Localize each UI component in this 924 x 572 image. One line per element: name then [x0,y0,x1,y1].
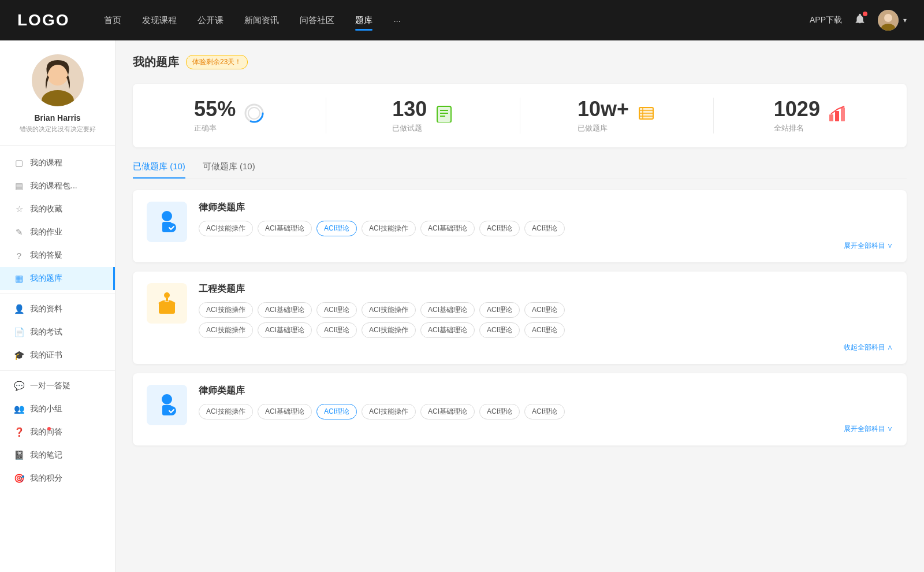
sidebar-item-homework[interactable]: ✎ 我的作业 [0,221,115,244]
profile-motto: 错误的决定比没有决定要好 [14,125,102,133]
courses-icon: ▢ [14,158,24,168]
svg-rect-26 [159,302,175,314]
sidebar-item-points[interactable]: 🎯 我的积分 [0,467,115,490]
sidebar-divider-2 [0,370,115,371]
course-packs-icon: ▤ [14,181,24,191]
stat-value-done-banks: 10w+ [578,98,629,121]
engineer-icon [147,283,187,324]
nav-discover[interactable]: 发现课程 [142,13,177,28]
eng-tag-12[interactable]: ACI理论 [479,322,520,338]
tag-0[interactable]: ACI技能操作 [199,221,253,236]
nav-home[interactable]: 首页 [104,13,121,28]
stat-rank: 1029 全站排名 [714,98,907,133]
eng-tag-11[interactable]: ACI基础理论 [420,322,475,338]
l2-tag-0[interactable]: ACI技能操作 [199,404,253,419]
expand-link-lawyer-1[interactable]: 展开全部科目 ∨ [199,241,893,251]
nav-more[interactable]: ··· [393,13,401,28]
sidebar-label-question-bank: 我的题库 [30,273,62,284]
tab-available[interactable]: 可做题库 (10) [203,161,255,178]
eng-tag-5[interactable]: ACI理论 [479,302,520,318]
nav-qa[interactable]: 问答社区 [300,13,334,28]
sidebar-item-one-on-one[interactable]: 💬 一对一答疑 [0,374,115,398]
tab-done[interactable]: 已做题库 (10) [133,161,185,178]
tag-1[interactable]: ACI基础理论 [258,221,312,236]
sidebar-item-notes[interactable]: 📓 我的笔记 [0,444,115,467]
sidebar-item-course-packs[interactable]: ▤ 我的课程包... [0,174,115,198]
nav-open-course[interactable]: 公开课 [198,13,223,28]
expand-link-lawyer-2[interactable]: 展开全部科目 ∨ [199,424,893,434]
sidebar-item-my-courses[interactable]: ▢ 我的课程 [0,151,115,174]
stats-row: 55% 正确率 130 已做试题 [133,84,907,147]
eng-tag-8[interactable]: ACI基础理论 [258,322,312,338]
stat-label-done-banks: 已做题库 [578,123,629,133]
qa-icon: ? [14,251,24,261]
eng-tag-10[interactable]: ACI技能操作 [362,322,416,338]
sidebar-item-favorites[interactable]: ☆ 我的收藏 [0,198,115,221]
stat-label-done-questions: 已做试题 [392,123,427,133]
tags-row-lawyer-2: ACI技能操作 ACI基础理论 ACI理论 ACI技能操作 ACI基础理论 AC… [199,404,893,419]
stat-done-questions: 130 已做试题 [326,98,520,133]
qbank-card-lawyer-2: 律师类题库 ACI技能操作 ACI基础理论 ACI理论 ACI技能操作 ACI基… [133,373,907,445]
navbar: LOGO 首页 发现课程 公开课 新闻资讯 问答社区 题库 ··· APP下载 … [0,0,924,40]
stat-done-banks: 10w+ 已做题库 [520,98,714,133]
tag-2-active[interactable]: ACI理论 [316,221,357,236]
sidebar-label-course-packs: 我的课程包... [30,181,77,191]
eng-tag-3[interactable]: ACI技能操作 [362,302,416,318]
user-avatar-area[interactable]: ▾ [878,10,907,31]
sidebar-item-my-qa[interactable]: ? 我的答疑 [0,244,115,267]
sidebar-item-exams[interactable]: 📄 我的考试 [0,321,115,344]
tabs: 已做题库 (10) 可做题库 (10) [133,161,907,179]
l2-tag-4[interactable]: ACI基础理论 [420,404,475,419]
sidebar-label-homework: 我的作业 [30,227,62,237]
sidebar: Brian Harris 错误的决定比没有决定要好 ▢ 我的课程 ▤ 我的课程包… [0,40,116,572]
collapse-link-engineer[interactable]: 收起全部科目 ∧ [199,343,893,352]
l2-tag-5[interactable]: ACI理论 [479,404,520,419]
question-bank-icon: ▦ [14,273,24,284]
app-download-button[interactable]: APP下载 [810,15,842,25]
eng-tag-13[interactable]: ACI理论 [524,322,565,338]
eng-tag-2[interactable]: ACI理论 [316,302,357,318]
notes-icon: 📓 [14,450,24,460]
chevron-down-icon: ▾ [903,16,907,24]
certificates-icon: 🎓 [14,350,24,361]
notification-bell[interactable] [854,13,866,28]
tag-4[interactable]: ACI基础理论 [420,221,475,236]
sidebar-item-profile[interactable]: 👤 我的资料 [0,298,115,321]
sidebar-label-groups: 我的小组 [30,404,62,414]
sidebar-label-my-qa: 我的答疑 [30,250,62,261]
tag-5[interactable]: ACI理论 [479,221,520,236]
eng-tag-6[interactable]: ACI理论 [524,302,565,318]
logo[interactable]: LOGO [17,11,69,29]
nav-question-bank[interactable]: 题库 [355,13,372,28]
eng-tag-7[interactable]: ACI技能操作 [199,322,253,338]
tag-6[interactable]: ACI理论 [524,221,565,236]
sidebar-item-questions[interactable]: ❓ 我的问答 [0,421,115,444]
profile-icon: 👤 [14,304,24,314]
sidebar-item-groups[interactable]: 👥 我的小组 [0,398,115,421]
nav-news[interactable]: 新闻资讯 [244,13,279,28]
sidebar-label-profile: 我的资料 [30,304,62,314]
svg-point-30 [162,394,172,404]
stat-value-correct-rate: 55% [194,98,236,121]
eng-tag-0[interactable]: ACI技能操作 [199,302,253,318]
l2-tag-3[interactable]: ACI技能操作 [362,404,416,419]
eng-tag-1[interactable]: ACI基础理论 [258,302,312,318]
eng-tag-9[interactable]: ACI理论 [316,322,357,338]
questions-icon: ❓ [14,427,24,437]
svg-point-8 [248,107,260,119]
notification-dot [863,12,867,16]
l2-tag-2-active[interactable]: ACI理论 [316,404,357,419]
qbank-title-engineer: 工程类题库 [199,283,893,295]
rank-icon [828,104,847,127]
l2-tag-6[interactable]: ACI理论 [524,404,565,419]
profile-avatar [32,54,84,106]
tag-3[interactable]: ACI技能操作 [362,221,416,236]
l2-tag-1[interactable]: ACI基础理论 [258,404,312,419]
trial-badge: 体验剩余23天！ [186,55,248,69]
sidebar-divider-1 [0,294,115,294]
svg-rect-29 [166,298,168,301]
sidebar-item-certificates[interactable]: 🎓 我的证书 [0,344,115,367]
sidebar-item-question-bank[interactable]: ▦ 我的题库 [0,267,115,290]
qbank-title-lawyer-2: 律师类题库 [199,385,893,397]
eng-tag-4[interactable]: ACI基础理论 [420,302,475,318]
